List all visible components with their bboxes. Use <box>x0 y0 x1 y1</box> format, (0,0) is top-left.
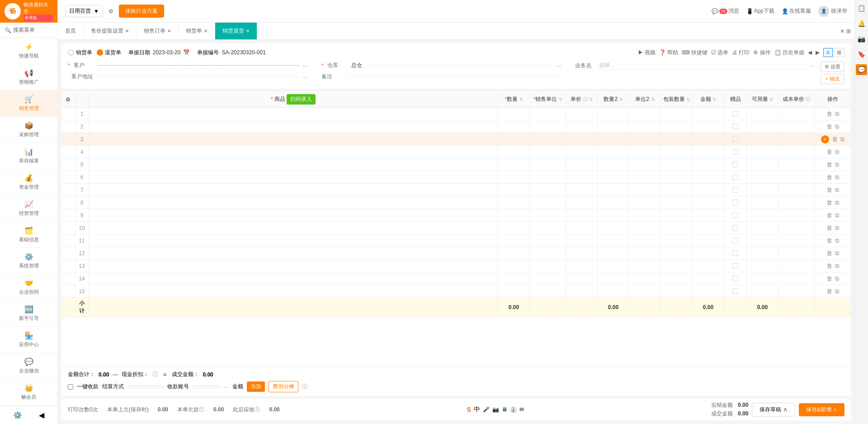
unit2-cell-9[interactable] <box>629 209 661 222</box>
gift-checkbox-3[interactable] <box>732 136 738 142</box>
sidebar-item-appstore[interactable]: 🏪 应用中心 <box>0 327 57 353</box>
qty-cell-7[interactable] <box>498 184 530 196</box>
qty2-cell-9[interactable] <box>598 209 629 222</box>
calc-select[interactable] <box>127 386 164 388</box>
gift-checkbox-10[interactable] <box>732 225 738 231</box>
unit2-cell-15[interactable] <box>629 285 661 298</box>
scan-btn[interactable]: 扫码录入 <box>287 94 316 105</box>
qty-cell-4[interactable] <box>498 146 530 158</box>
cost-cell-13[interactable] <box>778 260 815 272</box>
cost-cell-15[interactable] <box>778 285 815 298</box>
delete-icon-7[interactable]: 🗑 <box>826 186 832 193</box>
gift-cell-5[interactable] <box>724 158 747 171</box>
logistics-button[interactable]: + 物流 <box>821 74 844 84</box>
qty2-cell-7[interactable] <box>598 184 629 196</box>
tab-sales-return[interactable]: 销货退货 ✕ <box>215 23 257 39</box>
gift-cell-9[interactable] <box>724 209 747 222</box>
available-cell-14[interactable] <box>747 272 778 285</box>
amount-cell-5[interactable] <box>693 158 724 171</box>
right-icon-5[interactable]: 💬 <box>856 64 867 75</box>
gift-checkbox-13[interactable] <box>732 263 738 269</box>
gift-checkbox-1[interactable] <box>732 111 738 117</box>
gift-cell-15[interactable] <box>724 285 747 298</box>
delete-icon-2[interactable]: 🗑 <box>826 123 832 130</box>
customer-dots[interactable]: ··· <box>302 62 308 69</box>
qty-cell-9[interactable] <box>498 209 530 222</box>
cost-cell-12[interactable] <box>778 247 815 260</box>
customer-input[interactable] <box>98 65 299 66</box>
qty-cell-2[interactable] <box>498 120 530 133</box>
view-list-btn[interactable]: ≡ <box>823 48 833 57</box>
qty-cell-8[interactable] <box>498 196 530 209</box>
qty2-cell-12[interactable] <box>598 247 629 260</box>
cost-cell-5[interactable] <box>778 158 815 171</box>
qty-cell-12[interactable] <box>498 247 530 260</box>
amount-cell-13[interactable] <box>693 260 724 272</box>
price-cell-10[interactable] <box>566 222 598 234</box>
gift-checkbox-2[interactable] <box>732 124 738 129</box>
price-cell-3[interactable] <box>566 133 598 146</box>
plus-btn-3[interactable]: + <box>821 135 829 143</box>
gift-cell-2[interactable] <box>724 120 747 133</box>
footer-icon-voice[interactable]: 🎤 <box>483 406 490 413</box>
delete-icon-10[interactable]: 🗑 <box>826 224 832 231</box>
product-cell-13[interactable] <box>89 260 498 272</box>
qty2-cell-6[interactable] <box>598 171 629 184</box>
amount-cell-14[interactable] <box>693 272 724 285</box>
copy-icon-9[interactable]: ⧉ <box>835 212 839 219</box>
draft-button[interactable]: 保存草稿 ∧ <box>752 403 795 417</box>
toolbar-select[interactable]: ☑ 选单 <box>711 49 728 57</box>
product-cell-8[interactable] <box>89 196 498 209</box>
copy-icon-14[interactable]: ⧉ <box>835 275 839 282</box>
delete-icon-11[interactable]: 🗑 <box>826 237 832 244</box>
tab-price-extract-close[interactable]: ✕ <box>125 29 129 33</box>
product-cell-1[interactable] <box>89 108 498 120</box>
available-cell-8[interactable] <box>747 196 778 209</box>
footer-icon-mail[interactable]: ✉ <box>519 406 524 413</box>
app-download-btn[interactable]: 📱 App下载 <box>746 7 774 15</box>
pack-cell-13[interactable] <box>661 260 693 272</box>
price-cell-12[interactable] <box>566 247 598 260</box>
sidebar-item-system[interactable]: ⚙️ 系统管理 <box>0 248 57 274</box>
right-icon-1[interactable]: 📋 <box>856 3 867 14</box>
gift-checkbox-6[interactable] <box>732 174 738 180</box>
price-cell-5[interactable] <box>566 158 598 171</box>
delete-icon-1[interactable]: 🗑 <box>826 110 832 117</box>
toolbar-operate[interactable]: ⚙ 操作 <box>753 49 770 57</box>
industry-select[interactable]: 日用百货 ▼ <box>65 5 103 17</box>
delete-icon-6[interactable]: 🗑 <box>826 174 832 181</box>
product-cell-11[interactable] <box>89 234 498 247</box>
cost-cell-14[interactable] <box>778 272 815 285</box>
setting-button[interactable]: ⚙ 设置 <box>821 62 844 72</box>
right-icon-2[interactable]: 🔔 <box>856 18 867 29</box>
price-cell-13[interactable] <box>566 260 598 272</box>
qty-cell-6[interactable] <box>498 171 530 184</box>
copy-icon-3[interactable]: ⧉ <box>840 136 844 143</box>
right-icon-4[interactable]: 🔖 <box>856 49 867 60</box>
settings-gear-icon[interactable]: ⚙ <box>108 8 113 14</box>
product-cell-9[interactable] <box>89 209 498 222</box>
gift-cell-1[interactable] <box>724 108 747 120</box>
amount-cell-2[interactable] <box>693 120 724 133</box>
unit2-cell-2[interactable] <box>629 120 661 133</box>
product-cell-2[interactable] <box>89 120 498 133</box>
pack-cell-6[interactable] <box>661 171 693 184</box>
price-cell-7[interactable] <box>566 184 598 196</box>
unit2-cell-10[interactable] <box>629 222 661 234</box>
product-cell-10[interactable] <box>89 222 498 234</box>
warehouse-dots[interactable]: ··· <box>556 62 561 69</box>
cost-cell-10[interactable] <box>778 222 815 234</box>
copy-icon-5[interactable]: ⧉ <box>835 161 839 168</box>
price-cell-14[interactable] <box>566 272 598 285</box>
qty2-cell-10[interactable] <box>598 222 629 234</box>
available-cell-3[interactable] <box>747 133 778 146</box>
delete-icon-3[interactable]: 🗑 <box>832 136 838 143</box>
copy-icon-7[interactable]: ⧉ <box>835 186 839 194</box>
price-cell-11[interactable] <box>566 234 598 247</box>
pack-cell-9[interactable] <box>661 209 693 222</box>
remark-input[interactable] <box>345 76 561 77</box>
sidebar-item-newguide[interactable]: 🆕 新手引导 <box>0 300 57 327</box>
unit-cell-9[interactable] <box>530 209 566 222</box>
gift-cell-6[interactable] <box>724 171 747 184</box>
cost-cell-6[interactable] <box>778 171 815 184</box>
